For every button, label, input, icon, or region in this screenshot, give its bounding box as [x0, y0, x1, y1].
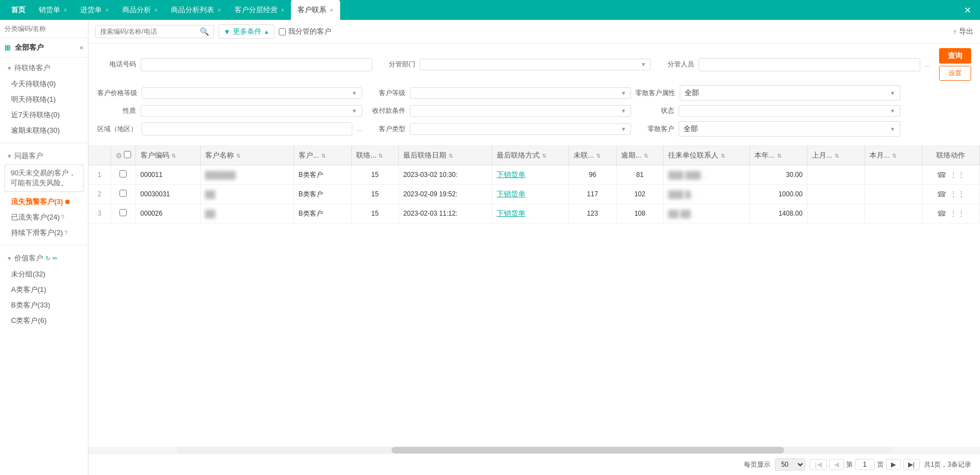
close-icon[interactable]: × [330, 7, 333, 13]
cell-unit-contacts: ███ ███... [664, 165, 750, 185]
my-customers-checkbox-label[interactable]: 我分管的客户 [279, 27, 331, 36]
method-link[interactable]: 下销货单 [497, 190, 525, 198]
tab-customer-contact[interactable]: 客户联系 × [291, 0, 340, 20]
edit-icon[interactable]: ✏ [53, 255, 58, 262]
zero-attr-field: 零散客户属性 全部 ▼ [635, 85, 900, 101]
price-level-select[interactable]: ▼ [142, 87, 362, 99]
more-action-icon[interactable]: ⋮⋮ [950, 209, 965, 218]
sidebar-item-declining[interactable]: 持续下滑客户(2) ? [0, 225, 88, 241]
sidebar-item-ungrouped[interactable]: 未分组(32) [0, 267, 88, 282]
phone-input[interactable] [140, 58, 372, 71]
region-more-dots[interactable]: ... [357, 125, 362, 133]
status-select[interactable]: ▼ [679, 105, 900, 117]
method-link[interactable]: 下销货单 [497, 209, 525, 217]
tab-product-analysis-list[interactable]: 商品分析列表 × [164, 0, 227, 20]
sidebar-item-class-a[interactable]: A类客户(1) [0, 282, 88, 297]
sidebar-group-value-title[interactable]: ▼ 价值客户 ↻ ✏ [0, 250, 88, 267]
first-page-button[interactable]: |◀ [810, 459, 826, 470]
sidebar-item-7days-pending[interactable]: 近7天待联络(0) [0, 107, 88, 123]
sort-icon[interactable]: ⇅ [777, 153, 781, 159]
cell-this-year: 30.00 [750, 165, 807, 185]
tab-purchase-order[interactable]: 进货单 × [74, 0, 115, 20]
contact-icon[interactable]: ☎ [937, 190, 946, 199]
sidebar-group-pending-title[interactable]: ▼ 待联络客户 [0, 60, 88, 76]
zero-attr-select[interactable]: 全部 ▼ [680, 85, 900, 101]
customer-type-field: 客户类型 ▼ [367, 123, 632, 135]
more-action-icon[interactable]: ⋮⋮ [950, 170, 965, 179]
cell-overdue: 81 [616, 165, 664, 185]
cell-contact: 15 [351, 185, 399, 204]
th-checkbox: ⚙ [111, 146, 135, 165]
sidebar-item-today-pending[interactable]: 今天待联络(0) [0, 76, 88, 92]
settings-button[interactable]: 设置 [939, 66, 971, 81]
more-conditions-button[interactable]: ▼ 更多条件 ▲ [218, 24, 274, 39]
zero-customer-select[interactable]: 全部 ▼ [679, 121, 900, 137]
row-checkbox[interactable] [119, 170, 127, 178]
select-all-checkbox[interactable] [124, 151, 131, 158]
customer-level-select[interactable]: ▼ [410, 87, 632, 99]
sidebar-search-input[interactable] [4, 25, 87, 33]
gender-select[interactable]: ▼ [140, 105, 362, 117]
cell-last-month [807, 185, 865, 204]
page-number-input[interactable] [855, 459, 875, 470]
method-link[interactable]: 下销货单 [497, 170, 525, 179]
sort-icon[interactable]: ⇅ [892, 153, 896, 159]
my-customers-checkbox[interactable] [279, 28, 286, 35]
sidebar-item-churned[interactable]: 已流失客户(24) ? [0, 210, 88, 225]
sort-icon[interactable]: ⇅ [644, 153, 648, 159]
sort-icon[interactable]: ⇅ [721, 153, 725, 159]
window-close-button[interactable]: ✕ [960, 5, 976, 15]
sort-icon[interactable]: ⇅ [449, 153, 453, 159]
close-icon[interactable]: × [64, 7, 67, 13]
sort-icon[interactable]: ⇅ [236, 153, 241, 159]
tab-home[interactable]: 首页 [4, 0, 32, 20]
sort-icon[interactable]: ⇅ [835, 153, 839, 159]
horizontal-scrollbar[interactable] [177, 447, 892, 453]
dept-select[interactable]: ▼ [420, 59, 651, 70]
sidebar-item-class-c[interactable]: C类客户(6) [0, 313, 88, 328]
customer-type-select[interactable]: ▼ [410, 123, 632, 135]
zero-customer-field: 零散客户 全部 ▼ [635, 121, 900, 137]
contact-icon[interactable]: ☎ [937, 209, 946, 218]
row-checkbox[interactable] [119, 209, 127, 216]
person-input[interactable] [698, 58, 920, 71]
row-checkbox[interactable] [119, 190, 127, 197]
sidebar-item-class-b[interactable]: B类客户(33) [0, 297, 88, 313]
tab-customer-tier[interactable]: 客户分层经营 × [228, 0, 291, 20]
more-dots[interactable]: ... [925, 61, 930, 69]
filter-panel: 电话号码 分管部门 ▼ 分管人员 ... 查询 设置 [88, 44, 980, 146]
last-page-button[interactable]: ▶| [903, 459, 920, 470]
close-icon[interactable]: × [217, 7, 221, 13]
prev-page-button[interactable]: ◀ [829, 459, 844, 470]
sort-icon[interactable]: ⇅ [378, 153, 383, 159]
sort-icon[interactable]: ⇅ [171, 153, 176, 159]
tab-product-analysis[interactable]: 商品分析 × [116, 0, 164, 20]
close-icon[interactable]: × [154, 7, 158, 13]
more-action-icon[interactable]: ⋮⋮ [950, 190, 965, 199]
contact-icon[interactable]: ☎ [937, 170, 946, 179]
chevron-down-icon: ▼ [621, 126, 626, 132]
query-button[interactable]: 查询 [939, 48, 971, 64]
refresh-icon[interactable]: ↻ [45, 255, 50, 262]
close-icon[interactable]: × [281, 7, 284, 13]
sidebar-item-tomorrow-pending[interactable]: 明天待联络(1) [0, 92, 88, 107]
sort-icon[interactable]: ⇅ [596, 153, 601, 159]
all-customers-header[interactable]: ⊞ 全部客户 « [0, 38, 88, 58]
search-icon[interactable]: 🔍 [200, 27, 209, 36]
page-size-select[interactable]: 50 100 200 [775, 458, 805, 471]
region-input[interactable] [142, 122, 352, 135]
sidebar-item-churn-warning[interactable]: 流失预警客户(3) [0, 194, 88, 210]
collapse-icon[interactable]: « [80, 44, 84, 51]
tab-sales-order[interactable]: 销货单 × [32, 0, 74, 20]
close-icon[interactable]: × [105, 7, 108, 13]
search-input[interactable] [100, 28, 200, 35]
sort-icon[interactable]: ⇅ [321, 153, 326, 159]
payment-select[interactable]: ▼ [410, 105, 632, 117]
scrollbar-thumb[interactable] [392, 447, 785, 453]
sidebar-item-overdue-contact[interactable]: 逾期未联络(30) [0, 123, 88, 138]
next-page-button[interactable]: ▶ [886, 459, 901, 470]
gear-icon[interactable]: ⚙ [116, 152, 122, 160]
export-button[interactable]: ↑ 导出 [953, 27, 974, 36]
sort-icon[interactable]: ⇅ [542, 153, 546, 159]
sidebar-group-problem-title[interactable]: ▼ 问题客户 [0, 148, 88, 164]
